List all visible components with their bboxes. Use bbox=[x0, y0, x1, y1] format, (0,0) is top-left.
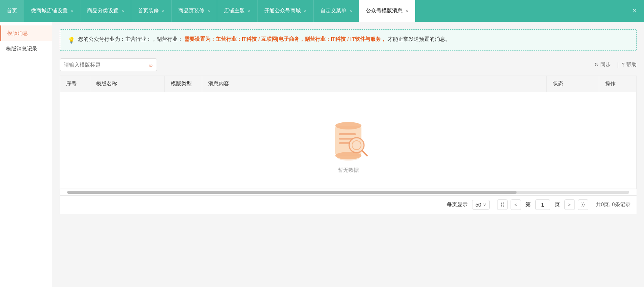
per-page-value: 50 bbox=[475, 202, 481, 208]
per-page-label: 每页显示 bbox=[447, 201, 468, 208]
next-page-button[interactable]: ＞ bbox=[564, 199, 575, 210]
sidebar-item-template-msg[interactable]: 模版消息 bbox=[0, 25, 52, 41]
col-seq: 序号 bbox=[60, 76, 90, 92]
per-page-select[interactable]: 50 ∨ bbox=[472, 200, 490, 210]
close-tab-category-settings[interactable]: × bbox=[121, 8, 124, 13]
search-icon[interactable]: ⌕ bbox=[149, 61, 153, 68]
svg-rect-6 bbox=[339, 142, 350, 144]
tab-product-decor[interactable]: 商品页装修 × bbox=[172, 0, 217, 22]
close-tab-open-mall[interactable]: × bbox=[304, 8, 306, 13]
notice-banner: 💡 您的公众号行业为：主营行业：，副营行业： 需要设置为：主营行业：IT科技 /… bbox=[60, 29, 637, 51]
toolbar: ⌕ ↻ 同步 | ? 帮助 bbox=[60, 58, 637, 71]
close-tab-custom-menu[interactable]: × bbox=[349, 8, 352, 13]
sidebar-item-template-msg-record[interactable]: 模版消息记录 bbox=[0, 41, 52, 57]
svg-rect-4 bbox=[339, 133, 356, 135]
page-label-before: 第 bbox=[526, 201, 531, 208]
svg-rect-5 bbox=[339, 138, 353, 140]
toolbar-divider: | bbox=[617, 62, 619, 68]
empty-state-row: 暂无数据 bbox=[60, 92, 637, 189]
table-header-row: 序号 模版名称 模版类型 消息内容 状态 操作 bbox=[60, 76, 637, 92]
tab-home-decor[interactable]: 首页装修 × bbox=[131, 0, 172, 22]
page-label-after: 页 bbox=[555, 201, 560, 208]
empty-illustration bbox=[326, 115, 371, 159]
tab-home[interactable]: 首页 bbox=[0, 0, 24, 22]
empty-text: 暂无数据 bbox=[60, 167, 636, 174]
close-tab-home-decor[interactable]: × bbox=[162, 8, 164, 13]
notice-icon: 💡 bbox=[68, 36, 75, 45]
svg-point-2 bbox=[335, 122, 361, 129]
close-tab-shop-settings[interactable]: × bbox=[71, 8, 73, 13]
first-page-button[interactable]: ⟨⟨ bbox=[497, 199, 508, 210]
col-type: 模版类型 bbox=[165, 76, 202, 92]
content-area: 💡 您的公众号行业为：主营行业：，副营行业： 需要设置为：主营行业：IT科技 /… bbox=[52, 22, 644, 287]
scrollbar-thumb[interactable] bbox=[67, 191, 517, 194]
sidebar: 模版消息 模版消息记录 bbox=[0, 22, 52, 287]
scrollbar-track[interactable] bbox=[67, 191, 629, 194]
close-tab-template-msg[interactable]: × bbox=[406, 8, 408, 13]
tab-template-msg[interactable]: 公众号模版消息 × bbox=[359, 0, 415, 22]
tab-shop-settings[interactable]: 微商城店铺设置 × bbox=[24, 0, 80, 22]
close-tab-shop-theme[interactable]: × bbox=[248, 8, 250, 13]
help-button[interactable]: ? 帮助 bbox=[622, 61, 637, 68]
data-table: 序号 模版名称 模版类型 消息内容 状态 操作 bbox=[60, 76, 637, 189]
prev-page-button[interactable]: ＜ bbox=[511, 199, 521, 210]
last-page-button[interactable]: ⟩⟩ bbox=[578, 199, 588, 210]
col-name: 模版名称 bbox=[90, 76, 165, 92]
page-number-input[interactable] bbox=[535, 199, 550, 210]
sync-icon: ↻ bbox=[594, 62, 599, 68]
search-box: ⌕ bbox=[60, 58, 157, 71]
toolbar-right: ↻ 同步 | ? 帮助 bbox=[594, 61, 637, 68]
scrollbar-row[interactable] bbox=[60, 189, 637, 195]
tab-open-mall[interactable]: 开通公众号商城 × bbox=[258, 0, 314, 22]
help-icon: ? bbox=[622, 62, 625, 68]
main-layout: 模版消息 模版消息记录 💡 您的公众号行业为：主营行业：，副营行业： 需要设置为… bbox=[0, 22, 644, 287]
search-input[interactable] bbox=[64, 59, 149, 71]
close-tab-product-decor[interactable]: × bbox=[207, 8, 210, 13]
empty-state: 暂无数据 bbox=[60, 92, 636, 189]
chevron-down-icon: ∨ bbox=[483, 202, 486, 207]
pagination-bar: 每页显示 50 ∨ ⟨⟨ ＜ 第 页 ＞ ⟩⟩ 共 bbox=[60, 195, 637, 214]
close-all-button[interactable]: × bbox=[625, 0, 644, 22]
col-status: 状态 bbox=[547, 76, 599, 92]
col-content: 消息内容 bbox=[202, 76, 547, 92]
col-action: 操作 bbox=[599, 76, 637, 92]
tab-custom-menu[interactable]: 自定义菜单 × bbox=[314, 0, 359, 22]
sync-button[interactable]: ↻ 同步 bbox=[594, 61, 611, 68]
top-nav: 首页 微商城店铺设置 × 商品分类设置 × 首页装修 × 商品页装修 × 店铺主… bbox=[0, 0, 644, 22]
tab-shop-theme[interactable]: 店铺主题 × bbox=[217, 0, 258, 22]
tab-category-settings[interactable]: 商品分类设置 × bbox=[80, 0, 131, 22]
svg-line-8 bbox=[362, 150, 367, 156]
total-info: 共0页, 0条记录 bbox=[596, 201, 631, 208]
